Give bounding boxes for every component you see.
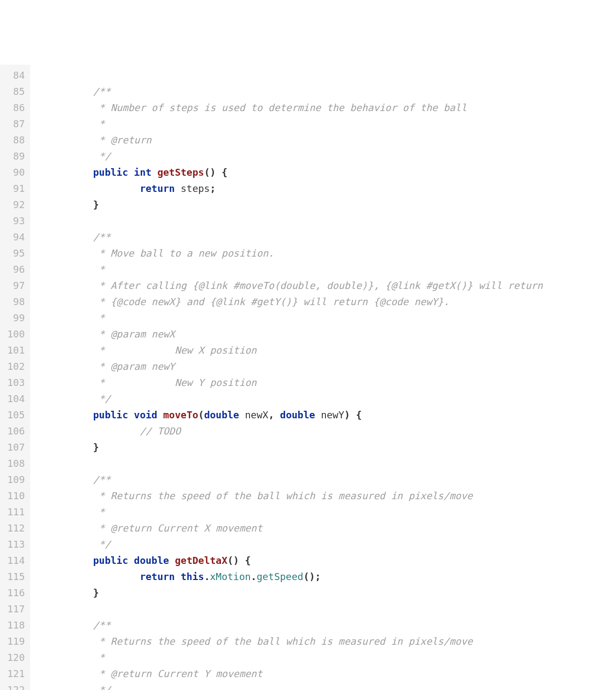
code-line[interactable]: * Returns the speed of the ball which is…	[46, 633, 616, 650]
line-number: 98	[5, 294, 25, 310]
line-number: 94	[5, 229, 25, 245]
code-line[interactable]: }	[46, 585, 616, 601]
code-line[interactable]: *	[46, 650, 616, 666]
indent	[46, 668, 93, 679]
token-cm: * @param newY	[93, 361, 175, 372]
code-line[interactable]: return steps;	[46, 181, 616, 197]
token-cm: /**	[93, 86, 111, 97]
line-number: 90	[5, 164, 25, 181]
token-fn: getDeltaX	[175, 555, 227, 566]
indent	[46, 539, 93, 550]
line-number: 87	[5, 116, 25, 132]
token-id	[169, 555, 175, 566]
token-cm: /**	[93, 619, 111, 631]
token-pn: ) {	[344, 409, 362, 420]
code-line[interactable]: // TODO	[46, 423, 616, 439]
token-cm: * Returns the speed of the ball which is…	[93, 636, 473, 647]
indent	[46, 425, 140, 437]
line-number: 92	[5, 197, 25, 213]
indent	[46, 474, 93, 485]
line-number: 99	[5, 310, 25, 326]
code-editor[interactable]: 8485868788899091929394959697989910010110…	[0, 65, 616, 690]
indent	[46, 522, 93, 534]
line-number: 97	[5, 278, 25, 294]
code-line[interactable]: *	[46, 504, 616, 520]
code-line[interactable]: * @param newX	[46, 326, 616, 342]
code-line[interactable]: public double getDeltaX() {	[46, 553, 616, 569]
token-cm: * @return Current Y movement	[93, 668, 262, 679]
code-line[interactable]: }	[46, 439, 616, 456]
code-line[interactable]: */	[46, 148, 616, 164]
line-number: 100	[5, 326, 25, 342]
line-number: 110	[5, 488, 25, 504]
code-line[interactable]: /**	[46, 472, 616, 488]
token-pn: .	[204, 571, 210, 582]
code-line[interactable]: * @return Current X movement	[46, 520, 616, 536]
indent	[46, 555, 93, 566]
code-line[interactable]: * Number of steps is used to determine t…	[46, 100, 616, 116]
line-number: 118	[5, 617, 25, 633]
code-line[interactable]: *	[46, 116, 616, 132]
token-pn: (	[198, 409, 204, 420]
code-line[interactable]: */	[46, 391, 616, 407]
token-cm: * @return Current X movement	[93, 522, 262, 534]
token-cm: * Returns the speed of the ball which is…	[93, 490, 473, 501]
token-pn: }	[93, 441, 99, 453]
indent	[46, 684, 93, 690]
code-line[interactable]: }	[46, 197, 616, 213]
code-line[interactable]: /**	[46, 84, 616, 100]
token-pn: ,	[268, 409, 280, 420]
indent	[46, 393, 93, 404]
token-cm: */	[93, 393, 111, 404]
token-cm: * @param newX	[93, 328, 175, 340]
code-line[interactable]: * @return Current Y movement	[46, 666, 616, 682]
token-cm: */	[93, 684, 111, 690]
indent	[46, 361, 93, 372]
code-line[interactable]: * After calling {@link #moveTo(double, d…	[46, 278, 616, 294]
line-number: 121	[5, 666, 25, 682]
line-number: 103	[5, 375, 25, 391]
indent	[46, 134, 93, 146]
line-number: 95	[5, 245, 25, 261]
token-cm: *	[93, 118, 105, 129]
indent	[46, 280, 93, 291]
code-line[interactable]: public void moveTo(double newX, double n…	[46, 407, 616, 423]
code-line[interactable]: * {@code newX} and {@link #getY()} will …	[46, 294, 616, 310]
indent	[46, 199, 93, 210]
indent	[46, 102, 93, 113]
token-cm: * Number of steps is used to determine t…	[93, 102, 467, 113]
line-number: 96	[5, 261, 25, 278]
indent	[46, 490, 93, 501]
code-line[interactable]: *	[46, 261, 616, 278]
code-line[interactable]: * Returns the speed of the ball which is…	[46, 488, 616, 504]
indent	[46, 619, 93, 631]
indent	[46, 231, 93, 243]
token-kw: public	[93, 167, 128, 178]
line-number: 88	[5, 132, 25, 148]
code-line[interactable]: /**	[46, 617, 616, 633]
code-line[interactable]: * Move ball to a new position.	[46, 245, 616, 261]
code-line[interactable]: public int getSteps() {	[46, 164, 616, 181]
token-cm: */	[93, 150, 111, 162]
code-line[interactable]	[46, 213, 616, 229]
code-line[interactable]	[46, 67, 616, 84]
token-pn: .	[251, 571, 257, 582]
code-line[interactable]: *	[46, 310, 616, 326]
code-line[interactable]: */	[46, 682, 616, 690]
code-line[interactable]: * New Y position	[46, 375, 616, 391]
code-area[interactable]: /** * Number of steps is used to determi…	[30, 65, 616, 690]
code-line[interactable]: * @param newY	[46, 358, 616, 375]
token-cm: * {@code newX} and {@link #getY()} will …	[93, 296, 449, 307]
code-line[interactable]	[46, 601, 616, 617]
code-line[interactable]: */	[46, 536, 616, 553]
code-line[interactable]	[46, 456, 616, 472]
indent	[46, 86, 93, 97]
token-id: steps	[175, 183, 210, 194]
code-line[interactable]: /**	[46, 229, 616, 245]
code-line[interactable]: * New X position	[46, 342, 616, 358]
token-pn: ;	[210, 183, 216, 194]
code-line[interactable]: * @return	[46, 132, 616, 148]
line-number: 116	[5, 585, 25, 601]
code-line[interactable]: return this.xMotion.getSpeed();	[46, 569, 616, 585]
line-number: 105	[5, 407, 25, 423]
